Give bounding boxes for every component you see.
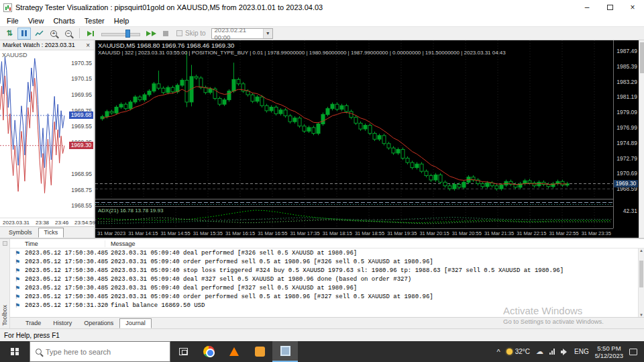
tick-price-label: 1969.95 xyxy=(71,91,92,98)
tick-chart[interactable]: XAUUSD 1970.351970.151969.951969.751969.… xyxy=(0,50,94,218)
toolbox-grip-icon[interactable] xyxy=(3,241,7,246)
journal-flag-icon: ⚑ xyxy=(10,302,25,309)
main-chart-panel[interactable]: XAUUSD,M5 1968.80 1969.76 1968.46 1969.3… xyxy=(95,40,644,238)
tab-journal[interactable]: Journal xyxy=(119,318,152,328)
temperature-label: 32°C xyxy=(515,348,530,355)
price-axis[interactable]: 1987.491985.391983.291981.191979.091976.… xyxy=(613,40,639,228)
price-axis-label: 1976.99 xyxy=(616,124,637,131)
skip-to-date-combobox[interactable]: 2023.02.21 00:00 ▾ xyxy=(211,28,273,39)
menu-item-file[interactable]: File xyxy=(2,16,23,26)
toolbar: ⇅ + − Skip to 2023.02.21 00:00 ▾ xyxy=(0,26,644,40)
journal-scrollbar-thumb[interactable] xyxy=(639,261,643,287)
title-bar: Strategy Tester Visualization : pipsquir… xyxy=(0,0,644,15)
zoom-out-icon: − xyxy=(65,30,72,37)
weather-widget[interactable]: 32°C xyxy=(506,348,530,355)
pause-button[interactable] xyxy=(17,28,31,40)
journal-row-time: 2023.05.12 17:50:30.485 xyxy=(25,250,105,257)
journal-row[interactable]: ⚑2023.05.12 17:50:30.4852023.03.31 05:09… xyxy=(10,266,644,275)
journal-row[interactable]: ⚑2023.05.12 17:50:30.4852023.03.31 05:09… xyxy=(10,275,644,283)
network-icon[interactable] xyxy=(549,349,555,355)
price-axis-label: 1985.39 xyxy=(616,63,637,70)
onedrive-cloud-icon[interactable]: ☁ xyxy=(536,347,543,356)
journal-row[interactable]: ⚑2023.05.12 17:50:30.4852023.03.31 05:09… xyxy=(10,248,644,257)
zoom-out-button[interactable]: − xyxy=(62,28,75,40)
slider-thumb[interactable] xyxy=(125,30,130,38)
market-watch-close-icon[interactable]: × xyxy=(85,42,91,49)
strategy-tester-window: Strategy Tester Visualization : pipsquir… xyxy=(0,0,644,362)
minimize-button[interactable]: – xyxy=(576,0,598,15)
taskbar-chrome-button[interactable] xyxy=(196,341,221,362)
zoom-in-button[interactable]: + xyxy=(47,28,60,40)
step-forward-button[interactable] xyxy=(84,28,97,40)
tab-operations[interactable]: Operations xyxy=(78,318,119,328)
stop-button[interactable] xyxy=(159,28,172,40)
tick-price-label: 1968.75 xyxy=(71,187,92,193)
scroll-down-icon[interactable]: ▼ xyxy=(639,313,644,317)
zoom-in-icon: + xyxy=(50,30,57,37)
line-chart-icon xyxy=(35,30,44,37)
line-chart-button[interactable] xyxy=(32,28,46,40)
tick-price-label: 1968.95 xyxy=(71,171,92,177)
time-axis[interactable]: 31 Mar 202331 Mar 14:1531 Mar 14:5531 Ma… xyxy=(95,228,613,238)
journal-flag-icon: ⚑ xyxy=(10,293,25,300)
journal-message-column-header[interactable]: Message xyxy=(105,240,644,247)
start-button[interactable] xyxy=(0,341,30,362)
menu-item-tester[interactable]: Tester xyxy=(80,16,109,26)
search-input[interactable] xyxy=(46,348,153,356)
toolbox-strip: Toolbox xyxy=(0,239,10,328)
volume-icon[interactable] xyxy=(561,349,568,355)
chevron-down-icon[interactable]: ▾ xyxy=(263,29,272,38)
hidden-icons-caret[interactable]: ^ xyxy=(497,348,500,356)
speed-slider[interactable] xyxy=(101,29,140,38)
fast-forward-button[interactable] xyxy=(144,28,158,40)
taskbar-vlc-button[interactable] xyxy=(221,341,247,362)
vlc-icon xyxy=(229,347,239,356)
close-button[interactable]: × xyxy=(621,0,644,15)
taskbar-clock[interactable]: 5:50 PM 5/12/2023 xyxy=(595,345,623,359)
chart-shift-button[interactable]: ⇅ xyxy=(3,28,16,40)
chart-scrollbar-thumb[interactable] xyxy=(640,42,644,73)
price-axis-label: 1972.79 xyxy=(616,155,637,162)
step-forward-icon xyxy=(87,31,92,36)
journal-row-message: 2023.03.31 05:09:40 order performed sell… xyxy=(105,259,644,265)
journal-scrollbar[interactable]: ▲ ▼ xyxy=(638,248,644,317)
tick-time-label: 23:38 xyxy=(36,220,49,226)
menu-item-view[interactable]: View xyxy=(23,16,49,26)
tab-ticks[interactable]: Ticks xyxy=(38,228,64,238)
chart-scrollbar[interactable] xyxy=(639,40,644,238)
journal-row-time: 2023.05.12 17:50:31.320 xyxy=(25,302,105,309)
tick-chart-symbol: XAUUSD xyxy=(2,52,28,58)
price-axis-label: 1974.89 xyxy=(616,140,637,146)
language-indicator[interactable]: ENG xyxy=(574,348,589,355)
menu-item-charts[interactable]: Charts xyxy=(48,16,79,26)
price-axis-label: 1983.29 xyxy=(616,79,637,85)
menu-item-help[interactable]: Help xyxy=(109,16,134,26)
taskbar-search-box[interactable] xyxy=(30,341,170,362)
market-watch-tabs: SymbolsTicks xyxy=(0,226,94,238)
taskbar-app-button[interactable] xyxy=(247,341,272,362)
windows-taskbar: ^ 32°C ☁ ENG 5:50 PM 5/12/2023 xyxy=(0,341,644,362)
skip-to-label-group: Skip to xyxy=(176,30,206,37)
tick-price-label: 1970.15 xyxy=(71,75,92,82)
tab-trade[interactable]: Trade xyxy=(19,318,47,328)
task-view-button[interactable] xyxy=(170,341,196,362)
journal-row[interactable]: ⚑2023.05.12 17:50:30.4852023.03.31 05:09… xyxy=(10,257,644,266)
journal-time-column-header[interactable]: Time xyxy=(25,240,105,247)
journal-row[interactable]: ⚑2023.05.12 17:50:30.4852023.03.31 05:09… xyxy=(10,283,644,292)
stop-icon xyxy=(163,31,168,36)
pause-icon xyxy=(21,30,27,36)
maximize-icon xyxy=(607,5,613,10)
journal-row[interactable]: ⚑2023.05.12 17:50:30.4852023.03.31 05:09… xyxy=(10,292,644,301)
action-center-icon[interactable] xyxy=(629,349,637,355)
system-tray: ^ 32°C ☁ ENG 5:50 PM 5/12/2023 xyxy=(497,341,644,362)
maximize-button[interactable] xyxy=(598,0,621,15)
journal-row-message: 2023.03.31 05:09:40 deal performed [#326… xyxy=(105,250,644,257)
toolbox-label: Toolbox xyxy=(1,305,8,326)
tab-symbols[interactable]: Symbols xyxy=(3,228,38,238)
scroll-up-icon[interactable]: ▲ xyxy=(639,248,644,253)
taskbar-active-app-button[interactable] xyxy=(272,341,298,362)
status-bar: For Help, press F1 xyxy=(0,328,644,341)
journal-row[interactable]: ⚑2023.05.12 17:50:31.320final balance 16… xyxy=(10,301,644,310)
tick-price-label: 1969.55 xyxy=(71,123,92,130)
tab-history[interactable]: History xyxy=(47,318,78,328)
